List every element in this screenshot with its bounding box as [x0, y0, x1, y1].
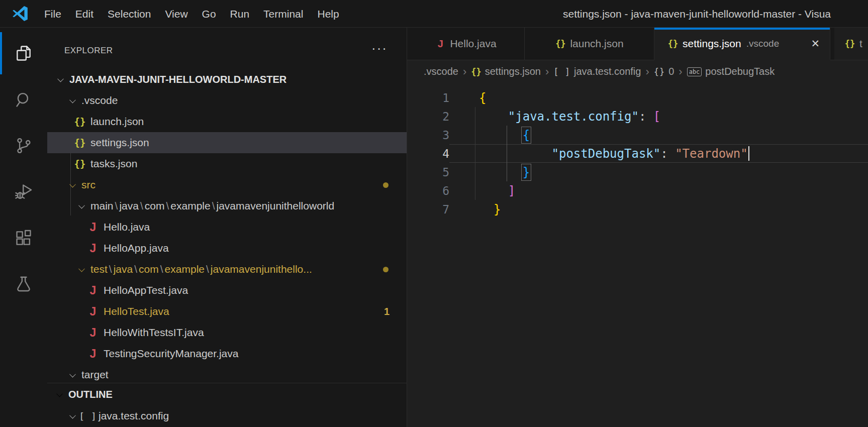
- json-file-icon: {}: [73, 137, 86, 148]
- menu-run[interactable]: Run: [223, 0, 257, 28]
- code-line-1[interactable]: 1{: [407, 88, 868, 107]
- line-number: 1: [407, 91, 449, 104]
- tree-item-testingsecuritymanager.java[interactable]: JTestingSecurityManager.java: [47, 343, 407, 364]
- code-line-3[interactable]: 3 {: [407, 126, 868, 144]
- path-separator: \: [114, 200, 120, 211]
- activity-search-icon[interactable]: [0, 76, 47, 123]
- activity-extensions-icon[interactable]: [0, 215, 47, 261]
- tree-item-hellotest.java[interactable]: JHelloTest.java1: [47, 301, 407, 322]
- tree-item-.vscode[interactable]: .vscode: [47, 90, 407, 111]
- code-line-text: }: [449, 200, 868, 219]
- menu-help[interactable]: Help: [310, 0, 346, 28]
- tab-hello.java[interactable]: JHello.java: [407, 28, 525, 60]
- vscode-logo-icon[interactable]: [11, 5, 29, 23]
- tab-bar: JHello.java{}launch.json{}settings.json.…: [407, 28, 868, 60]
- outline-item-label: java.test.config: [99, 410, 169, 422]
- menu-edit[interactable]: Edit: [68, 0, 101, 28]
- menu-view[interactable]: View: [158, 0, 195, 28]
- tree-item-label: HelloApp.java: [104, 242, 169, 254]
- path-separator: \: [139, 200, 145, 211]
- tree-item-label: tasks.json: [90, 158, 137, 170]
- json-icon: {}: [471, 67, 481, 77]
- breadcrumb-separator: ›: [674, 65, 687, 78]
- activity-testing-icon[interactable]: [0, 261, 47, 307]
- code-line-2[interactable]: 2 "java.test.config": [: [407, 107, 868, 126]
- tab-settings.json[interactable]: {}settings.json.vscode✕: [654, 28, 830, 60]
- breadcrumb-label: java.test.config: [574, 66, 641, 77]
- tree-item-test-java-com-example-javamavenjunithell[interactable]: test\java\com\example\javamavenjunithell…: [47, 259, 407, 280]
- explorer-tree: JAVA-MAVEN-JUNIT-HELLOWORLD-MASTER.vscod…: [47, 69, 407, 385]
- tree-item-src[interactable]: src: [47, 174, 407, 195]
- java-file-icon: J: [86, 326, 100, 340]
- code-line-6[interactable]: 6 ]: [407, 181, 868, 200]
- code-token: [479, 110, 508, 124]
- tree-item-launch.json[interactable]: {}launch.json: [47, 111, 407, 132]
- tree-root[interactable]: JAVA-MAVEN-JUNIT-HELLOWORLD-MASTER: [47, 69, 407, 90]
- activity-run-debug-icon[interactable]: [0, 169, 47, 215]
- tree-item-hellowithtestsit.java[interactable]: JHelloWithTestsIT.java: [47, 322, 407, 343]
- tab-label: Hello.java: [450, 38, 496, 50]
- code-line-text: "java.test.config": [: [449, 107, 868, 126]
- breadcrumb-label: 0: [668, 66, 674, 77]
- tree-item-target[interactable]: target: [47, 364, 407, 385]
- code-token: "postDebugTask": [552, 147, 661, 161]
- line-number: 2: [407, 110, 449, 123]
- tree-item-label: HelloWithTestsIT.java: [104, 327, 204, 339]
- menu-terminal[interactable]: Terminal: [256, 0, 310, 28]
- activity-explorer-icon[interactable]: [0, 30, 47, 76]
- menu-file[interactable]: File: [37, 0, 68, 28]
- tree-item-label: HelloAppTest.java: [104, 284, 188, 296]
- path-separator: \: [133, 263, 139, 275]
- java-file-icon: J: [86, 305, 100, 318]
- tab-launch.json[interactable]: {}launch.json: [525, 28, 654, 60]
- code-token: [479, 147, 552, 161]
- tree-item-main-java-com-example-javamavenjunithell[interactable]: main\java\com\example\javamavenjunithell…: [47, 195, 407, 217]
- breadcrumb-.vscode[interactable]: .vscode: [424, 66, 458, 77]
- sidebar-header: EXPLORER ···: [47, 28, 407, 69]
- breadcrumb-java.test.config[interactable]: [ ]java.test.config: [553, 66, 641, 77]
- tree-item-settings.json[interactable]: {}settings.json: [47, 132, 407, 153]
- tree-item-label: settings.json: [90, 137, 149, 149]
- array-icon: [ ]: [553, 67, 570, 77]
- code-line-text: }: [449, 163, 868, 181]
- breadcrumb-postdebugtask[interactable]: abcpostDebugTask: [687, 66, 775, 77]
- code-line-text: {: [449, 126, 868, 144]
- tree-item-tasks.json[interactable]: {}tasks.json: [47, 153, 407, 174]
- code-line-7[interactable]: 7 }: [407, 200, 868, 219]
- outline-header[interactable]: OUTLINE: [47, 383, 407, 405]
- code-line-4[interactable]: 4 "postDebugTask": "Teardown": [407, 144, 868, 163]
- json-file-icon: {}: [667, 39, 679, 49]
- code-line-5[interactable]: 5 }: [407, 163, 868, 181]
- json-file-icon: {}: [73, 158, 86, 169]
- java-file-icon: J: [86, 284, 100, 297]
- breadcrumb-0[interactable]: {}0: [654, 66, 674, 77]
- breadcrumb-settings.json[interactable]: {}settings.json: [471, 66, 541, 77]
- menu-bar: FileEditSelectionViewGoRunTerminalHelp: [37, 0, 346, 28]
- modified-dot-icon: [383, 182, 389, 188]
- more-actions-icon[interactable]: ···: [371, 41, 388, 56]
- tree-item-label: test\java\com\example\javamavenjunithell…: [90, 263, 312, 275]
- code-editor[interactable]: 1{2 "java.test.config": [3 {4 "postDebug…: [407, 83, 868, 427]
- object-icon: {}: [654, 67, 665, 77]
- outline-section: OUTLINE [ ]java.test.config: [47, 383, 407, 427]
- code-token: [479, 184, 508, 198]
- activity-bar: [0, 28, 47, 427]
- java-file-icon: J: [86, 221, 100, 234]
- tab-t[interactable]: {}t: [834, 28, 868, 60]
- line-number: 7: [407, 203, 449, 216]
- outline-item-java.test.config[interactable]: [ ]java.test.config: [47, 405, 407, 426]
- tree-item-label: JAVA-MAVEN-JUNIT-HELLOWORLD-MASTER: [69, 74, 286, 85]
- json-file-icon: {}: [555, 39, 566, 49]
- activity-source-control-icon[interactable]: [0, 123, 47, 169]
- tree-item-hello.java[interactable]: JHello.java: [47, 217, 407, 238]
- problem-count-badge: 1: [384, 306, 390, 317]
- code-token: ]: [508, 184, 515, 198]
- close-icon[interactable]: ✕: [804, 38, 820, 50]
- menu-selection[interactable]: Selection: [101, 0, 158, 28]
- tree-item-helloapptest.java[interactable]: JHelloAppTest.java: [47, 280, 407, 301]
- chevron-down-icon: [54, 392, 64, 397]
- tree-item-helloapp.java[interactable]: JHelloApp.java: [47, 238, 407, 259]
- code-token: [479, 202, 494, 217]
- menu-go[interactable]: Go: [195, 0, 223, 28]
- breadcrumb-label: postDebugTask: [705, 66, 775, 77]
